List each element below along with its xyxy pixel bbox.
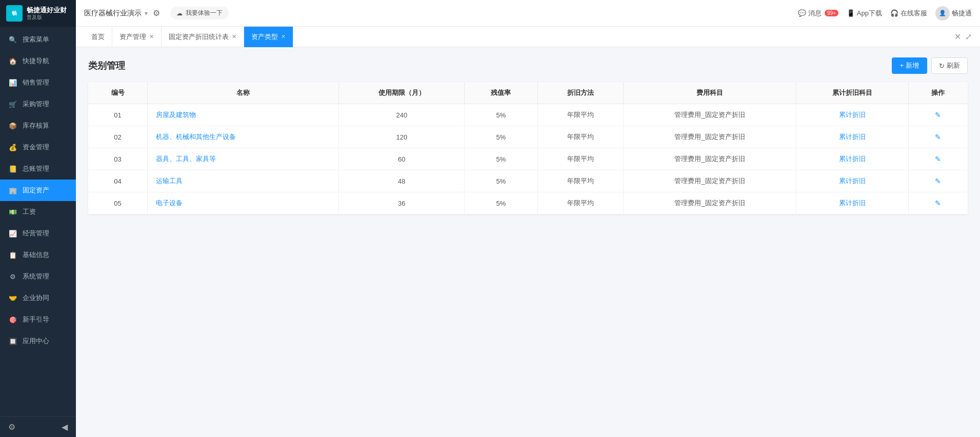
system-icon: ⚙ (8, 272, 17, 281)
sidebar-item-label: 企业协同 (23, 293, 49, 303)
sidebar-item-label: 采购管理 (23, 100, 49, 109)
tab-assets[interactable]: 资产管理✕ (112, 27, 162, 47)
settings-icon[interactable]: ⚙ (8, 422, 15, 432)
tab-depreciation[interactable]: 固定资产折旧统计表✕ (162, 27, 244, 47)
tab-label: 资产类型 (251, 32, 278, 42)
column-header: 使用期限（月） (339, 82, 465, 104)
ledger-icon: 📒 (8, 164, 17, 173)
table-cell: 管理费用_固定资产折旧 (624, 170, 796, 192)
new-button[interactable]: + 新增 (892, 57, 927, 74)
sidebar-item-label: 快捷导航 (23, 56, 49, 66)
tab-label: 固定资产折旧统计表 (169, 32, 229, 42)
logo-icon: 畅 (6, 5, 23, 22)
sidebar-item-label: 资金管理 (23, 143, 49, 152)
capital-icon: 💰 (8, 143, 17, 152)
table-row: 04运输工具485%年限平均管理费用_固定资产折旧累计折旧✎ (88, 170, 968, 192)
tab-home[interactable]: 首页 (84, 27, 112, 47)
phone-icon: 📱 (847, 9, 855, 17)
table-row: 01房屋及建筑物2405%年限平均管理费用_固定资产折旧累计折旧✎ (88, 104, 968, 126)
sidebar-item-label: 销售管理 (23, 78, 49, 87)
data-table: 编号名称使用期限（月）残值率折旧方法费用科目累计折旧科目操作 01房屋及建筑物2… (88, 82, 968, 214)
app-logo: 畅 畅捷通好业财 普及版 (0, 0, 76, 27)
table-cell: 02 (88, 126, 148, 148)
sidebar-item-search[interactable]: 🔍搜索菜单 (0, 29, 76, 50)
message-button[interactable]: 💬 消息 99+ (798, 9, 838, 18)
main-area: 医疗器械行业演示 ▾ ⚙ ☁ 我要体验一下 💬 消息 99+ 📱 App下载 🎧… (76, 0, 980, 437)
table-cell: 累计折旧 (796, 126, 908, 148)
tab-close-icon[interactable]: ✕ (281, 33, 286, 40)
page-title: 类别管理 (88, 59, 125, 72)
sidebar-item-cooperation[interactable]: 🤝企业协同 (0, 287, 76, 309)
table-cell: 60 (339, 148, 465, 170)
topbar-title-text: 医疗器械行业演示 (84, 9, 142, 18)
tab-type[interactable]: 资产类型✕ (244, 27, 293, 47)
table-cell: 管理费用_固定资产折旧 (624, 104, 796, 126)
table-cell: 年限平均 (537, 192, 624, 214)
table-cell: 器具、工具、家具等 (148, 148, 339, 170)
collapse-icon[interactable]: ◀ (62, 422, 68, 432)
salary-icon: 💵 (8, 207, 17, 216)
sidebar-item-operations[interactable]: 📈经营管理 (0, 223, 76, 244)
table-cell: 36 (339, 192, 465, 214)
apps-icon: 🔲 (8, 336, 17, 346)
fixed-icon: 🏢 (8, 186, 17, 195)
column-header: 编号 (88, 82, 148, 104)
headset-icon: 🎧 (890, 9, 898, 17)
data-table-wrapper: 编号名称使用期限（月）残值率折旧方法费用科目累计折旧科目操作 01房屋及建筑物2… (88, 82, 968, 214)
table-cell: 累计折旧 (796, 170, 908, 192)
refresh-icon: ↻ (939, 62, 945, 70)
table-row: 05电子设备365%年限平均管理费用_固定资产折旧累计折旧✎ (88, 192, 968, 214)
tab-close-icon[interactable]: ✕ (232, 33, 236, 40)
sidebar-item-sales[interactable]: 📊销售管理 (0, 72, 76, 93)
experience-button[interactable]: ☁ 我要体验一下 (170, 7, 229, 19)
operations-icon: 📈 (8, 229, 17, 238)
sidebar-item-salary[interactable]: 💵工资 (0, 201, 76, 223)
tab-label: 资产管理 (119, 32, 146, 42)
chevron-down-icon: ▾ (145, 10, 148, 17)
sidebar-item-system[interactable]: ⚙系统管理 (0, 266, 76, 287)
sidebar-item-label: 新手引导 (23, 315, 49, 324)
tab-close-icon[interactable]: ✕ (149, 33, 154, 40)
sidebar-item-purchase[interactable]: 🛒采购管理 (0, 93, 76, 115)
purchase-icon: 🛒 (8, 100, 17, 109)
content-area: 类别管理 + 新增 ↻ 刷新 编号名称使用期限（月）残值率折旧方法费用科目累计折… (76, 47, 980, 437)
edit-button[interactable]: ✎ (908, 148, 968, 170)
user-button[interactable]: 👤 畅捷通 (935, 6, 972, 21)
edit-button[interactable]: ✎ (908, 126, 968, 148)
service-button[interactable]: 🎧 在线客服 (890, 9, 927, 18)
edit-button[interactable]: ✎ (908, 170, 968, 192)
table-row: 03器具、工具、家具等605%年限平均管理费用_固定资产折旧累计折旧✎ (88, 148, 968, 170)
table-cell: 管理费用_固定资产折旧 (624, 126, 796, 148)
table-cell: 5% (465, 192, 537, 214)
sidebar-item-label: 工资 (23, 207, 36, 216)
sidebar-item-capital[interactable]: 💰资金管理 (0, 136, 76, 158)
baseinfo-icon: 📋 (8, 250, 17, 260)
sidebar-item-baseinfo[interactable]: 📋基础信息 (0, 244, 76, 266)
refresh-button[interactable]: ↻ 刷新 (931, 57, 968, 74)
edit-button[interactable]: ✎ (908, 192, 968, 214)
column-header: 折旧方法 (537, 82, 624, 104)
experience-icon: ☁ (176, 10, 183, 17)
app-download-button[interactable]: 📱 App下载 (847, 9, 882, 18)
sidebar-item-fixed[interactable]: 🏢固定资产 (0, 180, 76, 201)
sidebar-item-apps[interactable]: 🔲应用中心 (0, 330, 76, 352)
table-row: 02机器、机械和其他生产设备1205%年限平均管理费用_固定资产折旧累计折旧✎ (88, 126, 968, 148)
gear-icon[interactable]: ⚙ (153, 8, 160, 18)
sidebar-item-label: 应用中心 (23, 336, 49, 346)
edit-button[interactable]: ✎ (908, 104, 968, 126)
cooperation-icon: 🤝 (8, 293, 17, 303)
search-icon: 🔍 (8, 35, 17, 44)
column-header: 费用科目 (624, 82, 796, 104)
header-actions: + 新增 ↻ 刷新 (892, 57, 968, 74)
sidebar-item-ledger[interactable]: 📒总账管理 (0, 158, 76, 180)
topbar: 医疗器械行业演示 ▾ ⚙ ☁ 我要体验一下 💬 消息 99+ 📱 App下载 🎧… (76, 0, 980, 27)
table-cell: 03 (88, 148, 148, 170)
sidebar-item-inventory[interactable]: 📦库存核算 (0, 115, 76, 136)
table-cell: 240 (339, 104, 465, 126)
sidebar-item-guide[interactable]: 🎯新手引导 (0, 309, 76, 330)
fullscreen-icon[interactable]: ⤢ (965, 32, 972, 42)
sidebar-nav: 🔍搜索菜单🏠快捷导航📊销售管理🛒采购管理📦库存核算💰资金管理📒总账管理🏢固定资产… (0, 27, 76, 416)
table-cell: 累计折旧 (796, 192, 908, 214)
sidebar-item-quicknav[interactable]: 🏠快捷导航 (0, 50, 76, 72)
close-window-icon[interactable]: ✕ (954, 32, 961, 42)
